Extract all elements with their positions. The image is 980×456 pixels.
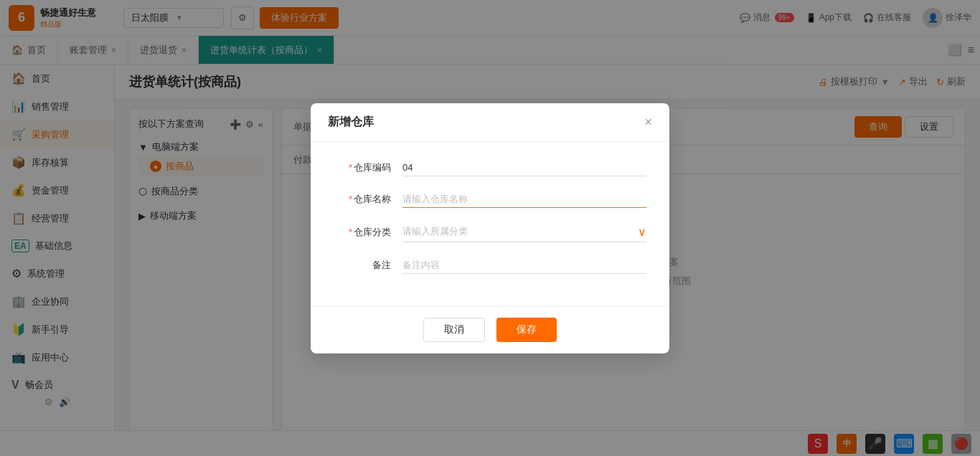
warehouse-remark-row: 备注 xyxy=(334,257,646,274)
modal-close-button[interactable]: × xyxy=(644,115,652,128)
warehouse-category-select[interactable]: 请输入所属分类 ∨ xyxy=(402,222,646,242)
category-dropdown-icon: ∨ xyxy=(638,225,646,239)
warehouse-remark-label: 备注 xyxy=(334,259,391,272)
warehouse-name-row: *仓库名称 xyxy=(334,191,646,208)
warehouse-code-row: *仓库编码 xyxy=(334,159,646,176)
add-warehouse-modal: 新增仓库 × *仓库编码 *仓库名称 *仓库分类 xyxy=(311,103,669,353)
modal-overlay[interactable]: 新增仓库 × *仓库编码 *仓库名称 *仓库分类 xyxy=(0,0,980,456)
warehouse-category-row: *仓库分类 请输入所属分类 ∨ xyxy=(334,222,646,242)
save-button[interactable]: 保存 xyxy=(496,318,557,342)
modal-header: 新增仓库 × xyxy=(311,103,669,142)
modal-title: 新增仓库 xyxy=(328,115,374,130)
warehouse-remark-input[interactable] xyxy=(402,257,646,274)
warehouse-name-input[interactable] xyxy=(402,191,646,208)
modal-footer: 取消 保存 xyxy=(311,305,669,353)
warehouse-code-input[interactable] xyxy=(402,159,646,176)
cancel-button[interactable]: 取消 xyxy=(423,318,485,342)
warehouse-name-label: *仓库名称 xyxy=(334,193,391,206)
modal-body: *仓库编码 *仓库名称 *仓库分类 请输入所属分类 ∨ xyxy=(311,142,669,305)
warehouse-category-label: *仓库分类 xyxy=(334,226,391,239)
warehouse-code-label: *仓库编码 xyxy=(334,161,391,174)
